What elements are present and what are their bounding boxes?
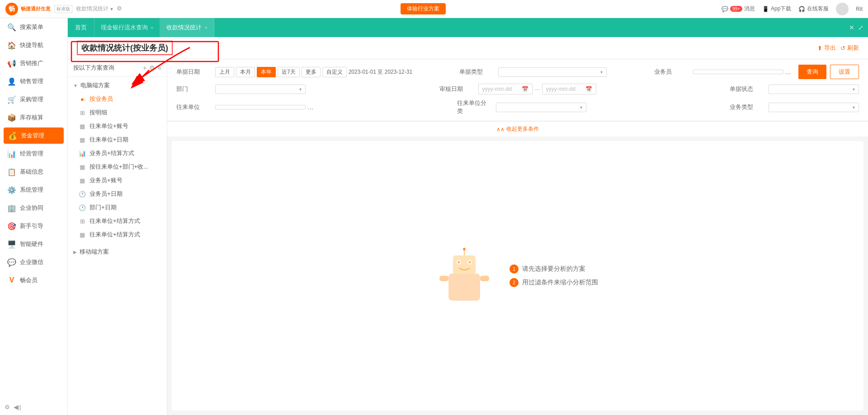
export-button[interactable]: ⬆ 导出 xyxy=(817,44,836,52)
inventory-icon: 📦 xyxy=(7,113,16,122)
collapse-bar[interactable]: ∧∧ 收起更多条件 xyxy=(167,121,868,137)
sidebar-item-purchase[interactable]: 🛒 采购管理 xyxy=(0,90,67,108)
date-btn-7days[interactable]: 近7天 xyxy=(278,67,300,77)
sidebar-item-finance[interactable]: 💰 资金管理 xyxy=(4,127,64,144)
scheme-item-label-sa: 业务员+账号 xyxy=(90,176,123,184)
finance-icon: 💰 xyxy=(8,131,17,140)
tab-bar: 首页 现金银行流水查询 × 收款情况统计 × ✕ ⤢ xyxy=(68,18,868,37)
sidebar-item-enterprise[interactable]: 🏢 企业协同 xyxy=(0,199,67,217)
scheme-item-counterpart-settlement1[interactable]: ⊞ 往来单位+结算方式 xyxy=(68,214,167,228)
purchase-icon: 🛒 xyxy=(7,95,16,104)
filter-actions: 查询 设置 xyxy=(798,65,859,79)
biz-type-select[interactable]: ▾ xyxy=(769,103,859,112)
dept-arrow: ▾ xyxy=(299,87,302,92)
sidebar-item-sales[interactable]: 👤 销售管理 xyxy=(0,72,67,90)
online-service-area[interactable]: 🎧 在线客服 xyxy=(798,5,829,13)
mobile-group-arrow: ▶ xyxy=(73,250,77,255)
tab-collection-close[interactable]: × xyxy=(204,25,207,30)
sidebar-label-hardware: 智能硬件 xyxy=(20,240,43,248)
scheme-add-icon[interactable]: + xyxy=(143,64,146,71)
sidebar-item-guide[interactable]: 🎯 新手引导 xyxy=(0,217,67,235)
calendar-icon-to: 📅 xyxy=(585,86,592,92)
message-icon-area[interactable]: 💬 99+ 消息 xyxy=(722,5,755,13)
scheme-item-counterpart-account[interactable]: ▦ 往来单位+账号 xyxy=(68,119,167,133)
tab-bar-right: ✕ ⤢ xyxy=(844,18,868,37)
sidebar-item-hardware[interactable]: 🖥️ 智能硬件 xyxy=(0,235,67,253)
scheme-item-label-bcd: 按往来单位+部门+收... xyxy=(90,163,148,171)
scheme-collapse-icon[interactable]: « xyxy=(158,64,161,71)
date-btn-this-year[interactable]: 本年 xyxy=(257,67,276,77)
sidebar-item-system[interactable]: ⚙️ 系统管理 xyxy=(0,181,67,199)
counterpart-account-icon: ▦ xyxy=(79,123,86,130)
calendar-icon-from: 📅 xyxy=(522,86,528,92)
scheme-item-label-staff: 按业务员 xyxy=(90,95,113,103)
sidebar-item-member[interactable]: V 畅会员 xyxy=(0,271,67,289)
tab-cashflow-close[interactable]: × xyxy=(151,25,153,30)
sidebar-label-system: 系统管理 xyxy=(20,186,43,194)
scheme-item-dept-date[interactable]: 🕐 部门+日期 xyxy=(68,201,167,214)
staff-more-icon[interactable]: ... xyxy=(785,68,791,76)
sidebar-item-basic[interactable]: 📋 基础信息 xyxy=(0,163,67,181)
staff-date-icon: 🕐 xyxy=(79,190,86,198)
scheme-settings-icon[interactable]: ⚙ xyxy=(149,64,155,71)
scheme-item-label-cs2: 往来单位+结算方式 xyxy=(90,231,140,239)
filter-area: 单据日期 上月 本月 本年 近7天 更多 自定义 2023-01-01 至 20… xyxy=(167,59,868,121)
sidebar-label-operation: 经营管理 xyxy=(20,150,43,158)
staff-select[interactable] xyxy=(693,70,783,74)
main-content: 按以下方案查询 + ⚙ « ▼ 电脑端方案 ● 按业务员 xyxy=(68,59,868,415)
scheme-item-counterpart-settlement2[interactable]: ▦ 往来单位+结算方式 xyxy=(68,228,167,241)
sidebar-item-wechat[interactable]: 💬 企业微信 xyxy=(0,253,67,271)
tab-home[interactable]: 首页 xyxy=(68,18,94,37)
sidebar-item-operation[interactable]: 📊 经营管理 xyxy=(0,145,67,163)
review-date-to[interactable]: yyyy-mm-dd 📅 xyxy=(542,84,596,94)
review-date-from[interactable]: yyyy-mm-dd 📅 xyxy=(478,84,533,94)
sidebar-item-marketing[interactable]: 📢 营销推广 xyxy=(0,54,67,72)
tab-maximize-icon[interactable]: ⤢ xyxy=(858,24,863,31)
date-btn-custom[interactable]: 自定义 xyxy=(322,67,347,77)
tab-collection-label: 收款情况统计 xyxy=(166,24,202,32)
doc-type-select[interactable]: ▾ xyxy=(498,67,607,77)
scheme-item-counterpart-date[interactable]: ▦ 往来单位+日期 xyxy=(68,133,167,146)
collapse-sidebar-icon[interactable]: ◀|| xyxy=(14,404,21,410)
tab-close-all-icon[interactable]: ✕ xyxy=(849,24,854,31)
sidebar-item-quick[interactable]: 🏠 快捷导航 xyxy=(0,36,67,54)
gear-icon[interactable]: ⚙ xyxy=(117,5,125,13)
user-name: Rit xyxy=(856,6,863,12)
dept-select[interactable]: ▾ xyxy=(215,85,306,94)
scheme-item-by-counterpart-dept[interactable]: ▦ 按往来单位+部门+收... xyxy=(68,160,167,174)
tab-cashflow[interactable]: 现金银行流水查询 × xyxy=(94,18,160,37)
scheme-item-staff-date[interactable]: 🕐 业务员+日期 xyxy=(68,187,167,201)
refresh-button[interactable]: ↺ 刷新 xyxy=(840,44,859,52)
scheme-item-staff-settlement[interactable]: 📊 业务员+结算方式 xyxy=(68,146,167,160)
app-download-area[interactable]: 📱 App下载 xyxy=(762,5,791,13)
date-btn-more[interactable]: 更多 xyxy=(302,67,321,77)
doc-status-select[interactable]: ▾ xyxy=(769,85,859,94)
query-button[interactable]: 查询 xyxy=(798,65,826,79)
scheme-group-pc-title[interactable]: ▼ 电脑端方案 xyxy=(68,79,167,92)
sidebar-label-marketing: 营销推广 xyxy=(20,59,43,67)
settings-button[interactable]: 设置 xyxy=(830,65,859,79)
sidebar-item-search[interactable]: 🔍 搜索菜单 xyxy=(0,18,67,36)
scheme-item-label-dd: 部门+日期 xyxy=(90,203,117,212)
date-btn-last-month[interactable]: 上月 xyxy=(215,67,234,77)
scheme-item-staff-account[interactable]: ▦ 业务员+账号 xyxy=(68,174,167,187)
svg-point-4 xyxy=(458,261,460,264)
trial-button[interactable]: 体验行业方案 xyxy=(401,3,446,14)
scheme-item-by-staff[interactable]: ● 按业务员 xyxy=(68,92,167,106)
sidebar-item-inventory[interactable]: 📦 库存核算 xyxy=(0,108,67,127)
sidebar-label-wechat: 企业微信 xyxy=(20,258,43,266)
user-avatar[interactable] xyxy=(836,3,849,15)
counterpart-more-icon[interactable]: ... xyxy=(307,103,313,111)
counterpart-cat-select[interactable]: ▾ xyxy=(496,103,586,112)
date-btn-this-month[interactable]: 本月 xyxy=(236,67,255,77)
review-date-range: yyyy-mm-dd 📅 — yyyy-mm-dd 📅 xyxy=(478,84,596,94)
settings-bottom-icon[interactable]: ⚙ xyxy=(5,404,10,410)
svg-point-9 xyxy=(463,248,466,250)
scheme-item-detail[interactable]: ⊞ 按明细 xyxy=(68,106,167,119)
counterpart-select[interactable] xyxy=(215,105,306,109)
tab-collection[interactable]: 收款情况统计 × xyxy=(160,18,214,37)
wechat-icon: 💬 xyxy=(7,258,16,267)
svg-rect-1 xyxy=(453,255,476,274)
logo-icon: 畅 xyxy=(5,3,18,15)
scheme-group-mobile-title[interactable]: ▶ 移动端方案 xyxy=(68,245,167,259)
